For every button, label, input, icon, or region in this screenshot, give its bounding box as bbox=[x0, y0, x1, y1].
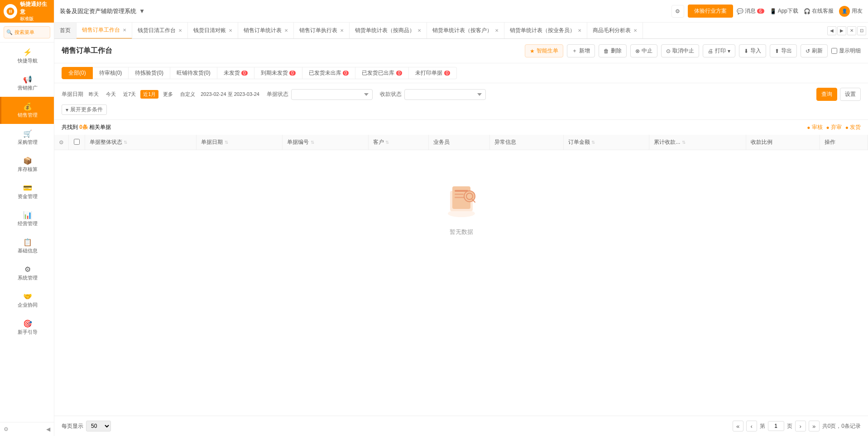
filter-tab-not-printed[interactable]: 未打印单据 0 bbox=[409, 67, 457, 79]
tab-close-sales-stats-staff[interactable]: ✕ bbox=[578, 28, 581, 33]
expand-conditions-btn[interactable]: ▾ 展开更多条件 bbox=[62, 104, 107, 115]
th-collected[interactable]: 累计收款... ⇅ bbox=[649, 135, 746, 150]
review-action-btn[interactable]: ● 审核 bbox=[807, 123, 822, 131]
filter-tabs: 全部(0) 待审核(0) 待拣验货(0) 旺铺待发货(0) 未发货 0 到期未发… bbox=[54, 63, 868, 83]
date-btn-more[interactable]: 更多 bbox=[160, 90, 176, 99]
import-button[interactable]: ⬇ 导入 bbox=[739, 44, 766, 57]
refresh-button[interactable]: ↺ 刷新 bbox=[801, 44, 828, 57]
filter-tab-overdue-not-shipped[interactable]: 到期未发货 0 bbox=[254, 67, 302, 79]
tab-cash-daily[interactable]: 钱货日清工作台 ✕ bbox=[132, 23, 188, 39]
tab-sales-order-exec[interactable]: 销售订单执行表 ✕ bbox=[294, 23, 350, 39]
tab-close-sales-order-stats[interactable]: ✕ bbox=[284, 28, 288, 33]
tab-home[interactable]: 首页 bbox=[54, 23, 77, 39]
tab-close-sales-stats-customer[interactable]: ✕ bbox=[495, 28, 499, 33]
sidebar-item-finance[interactable]: 💳 资金管理 bbox=[0, 178, 54, 205]
user-menu[interactable]: 👤 用友 bbox=[839, 6, 863, 17]
page-last-btn[interactable]: » bbox=[809, 421, 820, 431]
select-all-checkbox[interactable] bbox=[74, 139, 80, 145]
tab-next-btn[interactable]: ▶ bbox=[837, 26, 846, 35]
tab-expand-btn[interactable]: ⊡ bbox=[857, 26, 866, 35]
sidebar-item-enterprise[interactable]: 🤝 企业协同 bbox=[0, 287, 54, 314]
status-filter-select[interactable] bbox=[291, 89, 373, 100]
settings-filter-button[interactable]: 设置 bbox=[840, 88, 861, 101]
date-btn-yesterday[interactable]: 昨天 bbox=[86, 90, 101, 99]
date-btn-today[interactable]: 今天 bbox=[103, 90, 119, 99]
app-download-action[interactable]: 📱 App下载 bbox=[770, 7, 798, 15]
sort-icon-collected: ⇅ bbox=[682, 140, 686, 145]
filter-tab-pending-review[interactable]: 待审核(0) bbox=[93, 67, 129, 79]
purchase-icon: 🛒 bbox=[23, 129, 32, 138]
filter-tab-wangpu-pending[interactable]: 旺铺待发货(0) bbox=[170, 67, 217, 79]
cancel-stop-button[interactable]: ⊙ 取消中止 bbox=[661, 44, 699, 57]
page-number-input[interactable] bbox=[768, 421, 784, 431]
export-button[interactable]: ⬆ 导出 bbox=[770, 44, 797, 57]
page-prev-btn[interactable]: ‹ bbox=[746, 421, 757, 431]
th-status[interactable]: 单据整体状态 ⇅ bbox=[85, 135, 197, 150]
show-detail-checkbox[interactable] bbox=[831, 48, 837, 54]
page-next-btn[interactable]: › bbox=[795, 421, 806, 431]
tab-close-cash-daily[interactable]: ✕ bbox=[178, 28, 182, 33]
stop-button[interactable]: ⊗ 中止 bbox=[630, 44, 657, 57]
tab-sales-stats-product[interactable]: 销货单统计表（按商品） ✕ bbox=[350, 23, 427, 39]
sidebar-search[interactable]: 🔍 搜索菜单 bbox=[0, 23, 54, 43]
ship-action-btn[interactable]: ● 发货 bbox=[845, 123, 861, 131]
print-button[interactable]: 🖨 打印 ▾ bbox=[703, 44, 735, 57]
sidebar: 畅捷通好生意 标准版 🔍 搜索菜单 ⚡ 快捷导航 📢 营销推广 💰 销售管理 🛒… bbox=[0, 0, 54, 436]
filter-tab-shipped-not-out[interactable]: 已发货未出库 0 bbox=[302, 67, 356, 79]
th-amount[interactable]: 订单金额 ⇅ bbox=[563, 135, 649, 150]
topbar-settings-btn[interactable]: ⚙ bbox=[671, 5, 684, 18]
abandon-action-btn[interactable]: ● 弃审 bbox=[826, 123, 842, 131]
sidebar-settings-icon[interactable]: ⚙ bbox=[4, 426, 9, 432]
th-checkbox[interactable] bbox=[69, 135, 85, 150]
search-menu-button[interactable]: 🔍 搜索菜单 bbox=[4, 26, 50, 38]
filter-tab-pending-inspect[interactable]: 待拣验货(0) bbox=[129, 67, 170, 79]
show-detail-toggle[interactable]: 显示明细 bbox=[831, 47, 861, 55]
tab-sales-order-desk[interactable]: 销售订单工作台 ✕ bbox=[77, 23, 132, 39]
tab-close-sales-order-desk[interactable]: ✕ bbox=[123, 28, 126, 33]
filter-tab-all[interactable]: 全部(0) bbox=[62, 67, 93, 79]
tab-cash-reconcile[interactable]: 钱货日清对账 ✕ bbox=[188, 23, 238, 39]
date-btn-7days[interactable]: 近7天 bbox=[120, 90, 139, 99]
sidebar-item-quick-nav[interactable]: ⚡ 快捷导航 bbox=[0, 43, 54, 70]
collection-filter-select[interactable] bbox=[404, 89, 486, 100]
th-settings[interactable]: ⚙ bbox=[54, 135, 69, 150]
page-first-btn[interactable]: « bbox=[733, 421, 743, 431]
smart-order-button[interactable]: ★ 智能生单 bbox=[525, 44, 563, 57]
add-button[interactable]: ＋ 新增 bbox=[567, 44, 595, 57]
sidebar-item-operations[interactable]: 📊 经营管理 bbox=[0, 205, 54, 232]
tab-close-cash-reconcile[interactable]: ✕ bbox=[229, 28, 232, 33]
th-number[interactable]: 单据编号 ⇅ bbox=[283, 135, 369, 150]
tab-sales-order-stats[interactable]: 销售订单统计表 ✕ bbox=[238, 23, 294, 39]
sidebar-item-inventory[interactable]: 📦 库存核算 bbox=[0, 151, 54, 178]
query-button[interactable]: 查询 bbox=[816, 88, 837, 101]
delete-button[interactable]: 🗑 删除 bbox=[599, 44, 627, 57]
sidebar-item-system[interactable]: ⚙ 系统管理 bbox=[0, 260, 54, 287]
tab-close-all-btn[interactable]: ✕ bbox=[847, 26, 856, 35]
tab-sales-stats-customer[interactable]: 销货单统计表（按客户） ✕ bbox=[427, 23, 504, 39]
tab-close-sales-stats-product[interactable]: ✕ bbox=[417, 28, 421, 33]
online-service-action[interactable]: 🎧 在线客服 bbox=[804, 7, 834, 15]
system-dropdown-btn[interactable]: ▼ bbox=[139, 8, 145, 14]
th-date[interactable]: 单据日期 ⇅ bbox=[197, 135, 283, 150]
sidebar-item-purchase[interactable]: 🛒 采购管理 bbox=[0, 124, 54, 151]
sidebar-item-guide[interactable]: 🎯 新手引导 bbox=[0, 314, 54, 341]
th-customer[interactable]: 客户 ⇅ bbox=[368, 135, 428, 150]
system-icon: ⚙ bbox=[24, 265, 31, 274]
filter-tab-shipped-out[interactable]: 已发货已出库 0 bbox=[355, 67, 409, 79]
sidebar-item-marketing[interactable]: 📢 营销推广 bbox=[0, 70, 54, 97]
tab-close-sales-order-exec[interactable]: ✕ bbox=[340, 28, 344, 33]
tab-close-product-margin[interactable]: ✕ bbox=[633, 28, 637, 33]
sidebar-collapse-icon[interactable]: ◀ bbox=[46, 426, 50, 432]
page-size-select[interactable]: 50 10 20 100 bbox=[86, 421, 111, 431]
sidebar-item-sales[interactable]: 💰 销售管理 bbox=[0, 97, 54, 124]
date-btn-custom[interactable]: 自定义 bbox=[177, 90, 198, 99]
tab-sales-stats-staff[interactable]: 销货单统计表（按业务员） ✕ bbox=[504, 23, 587, 39]
date-btn-1month[interactable]: 近1月 bbox=[140, 90, 158, 99]
message-action[interactable]: 💬 消息 6 bbox=[737, 7, 764, 15]
sidebar-item-basic-info[interactable]: 📋 基础信息 bbox=[0, 232, 54, 260]
industry-solution-button[interactable]: 体验行业方案 bbox=[688, 5, 733, 18]
filter-tab-not-shipped[interactable]: 未发货 0 bbox=[217, 67, 254, 79]
tab-prev-btn[interactable]: ◀ bbox=[827, 26, 836, 35]
tab-product-margin[interactable]: 商品毛利分析表 ✕ bbox=[587, 23, 643, 39]
tab-home-label: 首页 bbox=[60, 27, 71, 34]
